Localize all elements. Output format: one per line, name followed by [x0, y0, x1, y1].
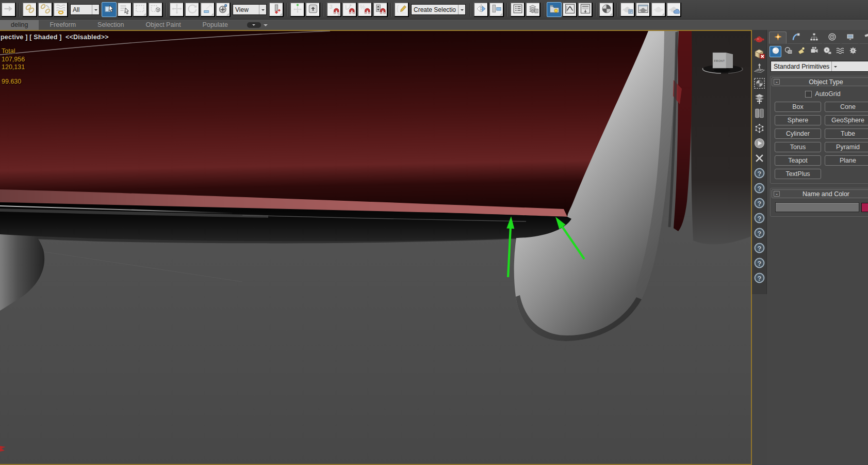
align-button[interactable] [489, 2, 504, 17]
help-button[interactable]: ? [752, 257, 766, 270]
subtab-cameras[interactable] [808, 46, 820, 57]
select-and-place-button[interactable] [216, 2, 231, 17]
select-and-manipulate-button[interactable] [290, 2, 305, 17]
spinner-snap-button[interactable] [373, 2, 388, 17]
collapse-icon[interactable]: - [774, 191, 780, 197]
primitive-button-tube[interactable]: Tube [825, 129, 868, 139]
reference-coordinate-system-dropdown[interactable]: View [233, 4, 267, 15]
object-name-input[interactable] [775, 202, 859, 212]
subtab-geometry[interactable] [769, 46, 781, 57]
select-and-move-button[interactable] [169, 2, 184, 17]
angle-snap-button[interactable] [342, 2, 357, 17]
bind-to-space-warp-button[interactable] [53, 2, 68, 17]
ribbon-tab-populate[interactable]: Populate [192, 20, 239, 30]
keyboard-shortcut-override-button[interactable] [305, 2, 320, 17]
primitive-category-dropdown[interactable]: Standard Primitives [771, 61, 868, 72]
object-color-swatch[interactable] [861, 203, 868, 212]
help-button[interactable]: ? [752, 182, 766, 196]
subtab-shapes[interactable] [782, 46, 794, 57]
layer-move-button[interactable] [752, 92, 766, 106]
curve-editor-button[interactable] [562, 2, 577, 17]
material-editor-button[interactable] [599, 2, 614, 17]
selection-filter-dropdown[interactable]: All [70, 4, 100, 15]
perspective-viewport[interactable]: FRONT pective ] [ Shaded ] <<Disabled>> … [0, 30, 752, 465]
help-button[interactable]: ? [752, 197, 766, 211]
help-button[interactable]: ? [752, 242, 766, 255]
checker-select-button[interactable] [752, 77, 766, 91]
select-and-scale-button[interactable] [200, 2, 215, 17]
render-in-cloud-button[interactable] [666, 2, 681, 17]
tab-create[interactable] [769, 31, 787, 44]
select-and-rotate-button[interactable] [185, 2, 200, 17]
tab-display[interactable] [841, 31, 859, 44]
chevron-down-icon[interactable] [458, 5, 465, 14]
snaps-toggle-button[interactable]: 3 [326, 2, 341, 17]
primitive-button-cone[interactable]: Cone [825, 102, 868, 112]
redo-button[interactable] [1, 2, 16, 17]
toggle-layer-explorer-button[interactable] [526, 2, 541, 17]
primitive-button-sphere[interactable]: Sphere [775, 115, 821, 125]
ribbon-tab-selection[interactable]: Selection [87, 20, 135, 30]
toggle-scene-explorer-button[interactable] [510, 2, 525, 17]
object-type-rollout-header[interactable]: - Object Type [772, 77, 868, 86]
schematic-view-button[interactable] [578, 2, 593, 17]
primitive-button-pyramid[interactable]: Pyramid [825, 142, 868, 152]
unlink-selection-button[interactable] [38, 2, 53, 17]
chevron-down-icon[interactable] [92, 5, 99, 14]
select-by-name-button[interactable] [117, 2, 132, 17]
viewcube-side-face[interactable] [726, 53, 733, 68]
primitive-button-plane[interactable]: Plane [825, 155, 868, 166]
space-warps-icon [836, 46, 845, 57]
ribbon-tab-object-paint[interactable]: Object Paint [135, 20, 192, 30]
ribbon-minimize-icon[interactable] [247, 22, 261, 28]
chevron-down-icon[interactable] [259, 5, 266, 14]
close-toolbar-button[interactable] [752, 152, 766, 166]
lattice-cube-button[interactable] [752, 122, 766, 136]
ribbon-tab-freeform[interactable]: Freeform [39, 20, 87, 30]
window-crossing-button[interactable] [148, 2, 163, 17]
collapse-icon[interactable]: - [774, 79, 780, 85]
primitive-button-teapot[interactable]: Teapot [775, 155, 821, 166]
ribbon-collapse-control[interactable] [247, 20, 268, 30]
select-object-button[interactable] [102, 2, 117, 17]
chevron-down-icon[interactable] [264, 24, 268, 28]
grid-arrow-button[interactable] [752, 62, 766, 76]
chevron-down-icon[interactable] [831, 61, 839, 71]
tab-utilities[interactable] [859, 31, 868, 44]
tab-motion[interactable] [823, 31, 841, 44]
subtab-systems[interactable] [847, 46, 859, 57]
help-button[interactable]: ? [752, 227, 766, 240]
render-production-button[interactable] [651, 2, 666, 17]
primitive-button-box[interactable]: Box [775, 102, 821, 112]
subtab-lights[interactable] [795, 46, 807, 57]
toggle-ribbon-button[interactable] [547, 2, 562, 17]
use-pivot-point-center-button[interactable] [269, 2, 284, 17]
help-button[interactable]: ? [752, 272, 766, 285]
help-button[interactable]: ? [752, 167, 766, 181]
ribbon-tab-deling[interactable]: deling [0, 20, 39, 30]
named-selection-sets-dropdown[interactable]: Create Selection Se [411, 4, 466, 15]
rendered-frame-window-button[interactable] [635, 2, 650, 17]
tab-hierarchy[interactable] [805, 31, 823, 44]
render-setup-button[interactable] [620, 2, 635, 17]
name-color-rollout-header[interactable]: - Name and Color [772, 189, 868, 198]
primitive-button-torus[interactable]: Torus [775, 142, 821, 152]
primitive-button-cylinder[interactable]: Cylinder [775, 129, 821, 139]
panels-button[interactable] [752, 107, 766, 121]
play-button[interactable] [752, 137, 766, 151]
rectangular-selection-region-button[interactable] [133, 2, 148, 17]
help-button[interactable]: ? [752, 212, 766, 226]
mirror-button[interactable] [473, 2, 488, 17]
percent-snap-button[interactable]: % [357, 2, 372, 17]
primitive-button-textplus[interactable]: TextPlus [775, 169, 821, 179]
select-and-link-button[interactable] [22, 2, 37, 17]
autogrid-checkbox[interactable] [805, 91, 812, 98]
viewport-label[interactable]: pective ] [ Shaded ] <<Disabled>> [1, 34, 109, 41]
teapot-button[interactable] [752, 33, 766, 46]
primitive-button-geosphere[interactable]: GeoSphere [825, 115, 868, 125]
tab-modify[interactable] [787, 31, 805, 44]
subtab-space-warps[interactable] [834, 46, 846, 57]
box-delete-button[interactable] [752, 47, 766, 61]
subtab-helpers[interactable] [821, 46, 833, 57]
edit-named-selection-sets-button[interactable]: {ABC [394, 2, 409, 17]
